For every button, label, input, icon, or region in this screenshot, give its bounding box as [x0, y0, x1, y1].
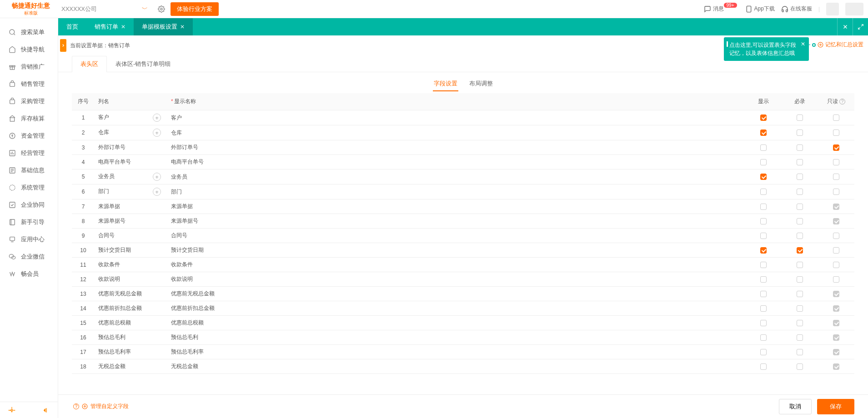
- checkbox[interactable]: [797, 262, 803, 268]
- cell-dispname[interactable]: 来源单据号: [167, 214, 745, 229]
- close-all-tabs-button[interactable]: [837, 18, 853, 35]
- tab-0[interactable]: 首页: [58, 18, 86, 35]
- sidebar-item-7[interactable]: 经营管理: [0, 144, 58, 162]
- cell-dispname[interactable]: 优惠前折扣总金额: [167, 301, 745, 316]
- sidebar-collapse-icon[interactable]: [42, 407, 50, 414]
- tab-close-icon[interactable]: ✕: [121, 24, 125, 30]
- cell-dispname[interactable]: 部门: [167, 184, 745, 199]
- mid-tab-0[interactable]: 字段设置: [433, 77, 458, 91]
- sidebar-item-0[interactable]: 搜索菜单: [0, 24, 58, 41]
- checkbox[interactable]: [833, 114, 839, 121]
- checkbox[interactable]: [797, 204, 803, 210]
- tab-2[interactable]: 单据模板设置✕: [134, 18, 193, 35]
- checkbox[interactable]: [797, 247, 803, 254]
- download-button[interactable]: App下载: [745, 5, 775, 13]
- checkbox[interactable]: [833, 174, 839, 180]
- checkbox[interactable]: [833, 276, 839, 283]
- cell-dispname[interactable]: 优惠前无税总金额: [167, 287, 745, 301]
- sidebar-item-9[interactable]: 系统管理: [0, 179, 58, 196]
- checkbox[interactable]: [797, 320, 803, 326]
- cell-dispname[interactable]: 收款说明: [167, 272, 745, 287]
- user-avatar[interactable]: [845, 3, 863, 15]
- checkbox[interactable]: [760, 218, 767, 224]
- support-button[interactable]: 在线客服: [781, 5, 812, 13]
- checkbox[interactable]: [797, 233, 803, 239]
- cell-dispname[interactable]: 业务员: [167, 169, 745, 184]
- checkbox[interactable]: [797, 189, 803, 195]
- checkbox[interactable]: [797, 144, 803, 151]
- section-tab-0[interactable]: 表头区: [72, 56, 107, 72]
- sidebar-item-2[interactable]: 营销推广: [0, 58, 58, 75]
- cell-dispname[interactable]: 合同号: [167, 229, 745, 243]
- checkbox[interactable]: [760, 114, 767, 121]
- sidebar-item-6[interactable]: 资金管理: [0, 127, 58, 144]
- help-icon[interactable]: ?: [839, 99, 845, 104]
- manage-custom-fields-link[interactable]: ? 管理自定义字段: [72, 403, 129, 410]
- checkbox[interactable]: [797, 159, 803, 165]
- sidebar-item-12[interactable]: 应用中心: [0, 231, 58, 248]
- cell-dispname[interactable]: 来源单据: [167, 199, 745, 214]
- collapse-handle[interactable]: [60, 39, 66, 52]
- checkbox[interactable]: [833, 129, 839, 136]
- sidebar-item-4[interactable]: 采购管理: [0, 93, 58, 110]
- sidebar-item-1[interactable]: 快捷导航: [0, 41, 58, 58]
- checkbox[interactable]: [760, 174, 767, 180]
- section-tab-1[interactable]: 表体区-销售订单明细: [107, 56, 179, 72]
- cell-dispname[interactable]: 预估总毛利率: [167, 345, 745, 359]
- cell-dispname[interactable]: 仓库: [167, 125, 745, 140]
- checkbox[interactable]: [760, 247, 767, 254]
- checkbox[interactable]: [833, 262, 839, 268]
- checkbox[interactable]: [760, 349, 767, 355]
- memory-settings-link[interactable]: 记忆和汇总设置: [802, 41, 863, 49]
- messages-button[interactable]: 消息 99+: [704, 5, 739, 13]
- checkbox[interactable]: [833, 233, 839, 239]
- cell-dispname[interactable]: 优惠前总税额: [167, 316, 745, 330]
- add-button[interactable]: +: [153, 188, 161, 196]
- cell-dispname[interactable]: 外部订单号: [167, 140, 745, 155]
- checkbox[interactable]: [797, 363, 803, 370]
- checkbox[interactable]: [760, 291, 767, 297]
- checkbox[interactable]: [833, 247, 839, 254]
- cell-dispname[interactable]: 无税总金额: [167, 359, 745, 374]
- tab-close-icon[interactable]: ✕: [180, 24, 185, 30]
- checkbox[interactable]: [760, 305, 767, 312]
- sidebar-item-3[interactable]: 销售管理: [0, 75, 58, 93]
- checkbox[interactable]: [760, 334, 767, 341]
- checkbox[interactable]: [797, 174, 803, 180]
- table-scroll[interactable]: 序号 列名 *显示名称 显示 必录 只读? 1客户+客户2仓库+仓库3外部订单号…: [58, 93, 868, 394]
- checkbox[interactable]: [797, 114, 803, 121]
- checkbox[interactable]: [797, 349, 803, 355]
- expand-tabs-button[interactable]: [853, 18, 868, 35]
- cell-dispname[interactable]: 预计交货日期: [167, 243, 745, 258]
- add-button[interactable]: +: [153, 129, 161, 137]
- checkbox[interactable]: [760, 144, 767, 151]
- checkbox[interactable]: [797, 291, 803, 297]
- sidebar-item-14[interactable]: 畅会员: [0, 265, 58, 283]
- checkbox[interactable]: [760, 159, 767, 165]
- mid-tab-1[interactable]: 布局调整: [468, 77, 494, 91]
- cell-dispname[interactable]: 电商平台单号: [167, 155, 745, 169]
- sidebar-item-8[interactable]: 基础信息: [0, 162, 58, 179]
- checkbox[interactable]: [760, 189, 767, 195]
- checkbox[interactable]: [797, 276, 803, 283]
- user-avatar-small[interactable]: [826, 3, 839, 15]
- sidebar-item-11[interactable]: 新手引导: [0, 214, 58, 231]
- checkbox[interactable]: [760, 262, 767, 268]
- sidebar-item-10[interactable]: 企业协同: [0, 196, 58, 214]
- checkbox[interactable]: [833, 144, 839, 151]
- add-button[interactable]: +: [153, 173, 161, 181]
- settings-gear-button[interactable]: [155, 3, 168, 15]
- checkbox[interactable]: [760, 363, 767, 370]
- tab-1[interactable]: 销售订单✕: [86, 18, 134, 35]
- checkbox[interactable]: [797, 305, 803, 312]
- cell-dispname[interactable]: 预估总毛利: [167, 330, 745, 345]
- sidebar-item-5[interactable]: 库存核算: [0, 110, 58, 127]
- checkbox[interactable]: [760, 129, 767, 136]
- save-button[interactable]: 保存: [817, 399, 854, 414]
- company-selector[interactable]: XXXXXX公司 ﹀: [57, 5, 152, 13]
- add-button[interactable]: +: [153, 114, 161, 122]
- checkbox[interactable]: [797, 218, 803, 224]
- checkbox[interactable]: [833, 159, 839, 165]
- checkbox[interactable]: [833, 189, 839, 195]
- checkbox[interactable]: [797, 129, 803, 136]
